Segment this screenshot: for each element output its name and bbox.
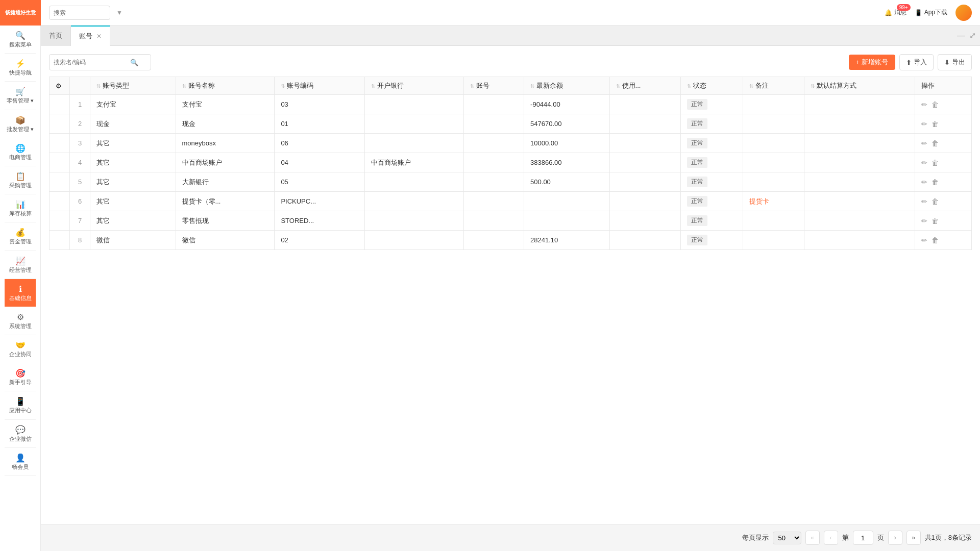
col-default-settlement[interactable]: ⇅默认结算方式 [804, 77, 915, 95]
sidebar-item-appcenter[interactable]: 📱 应用中心 [5, 391, 36, 419]
row-usage-4 [609, 153, 680, 172]
sidebar-item-inventory[interactable]: 📊 库存核算 [5, 194, 36, 222]
row-type-7: 其它 [90, 211, 176, 231]
edit-icon-6[interactable]: ✏ [921, 197, 927, 206]
row-usage-8 [609, 231, 680, 250]
tab-account[interactable]: 账号 ✕ [71, 26, 110, 46]
row-balance-8: 28241.10 [524, 231, 610, 250]
sidebar-label-inventory: 库存核算 [9, 210, 32, 217]
tab-home[interactable]: 首页 [41, 26, 71, 46]
add-account-button[interactable]: + 新增账号 [849, 55, 895, 70]
sidebar-item-wechat[interactable]: 💬 企业微信 [5, 420, 36, 448]
search-dropdown-arrow[interactable]: ▼ [116, 9, 122, 16]
row-usage-5 [609, 172, 680, 192]
app-download-button[interactable]: 📱 App下载 [915, 8, 947, 17]
row-account-6 [463, 192, 524, 211]
delete-icon-1[interactable]: 🗑 [932, 101, 939, 109]
edit-icon-4[interactable]: ✏ [921, 159, 927, 167]
col-usage[interactable]: ⇅使用... [609, 77, 680, 95]
sidebar-item-operations[interactable]: 📈 经营管理 [5, 251, 36, 279]
sidebar-item-retail[interactable]: 🛒 零售管理 ▾ [5, 82, 36, 110]
sidebar-item-finance[interactable]: 💰 资金管理 [5, 222, 36, 251]
edit-icon-5[interactable]: ✏ [921, 178, 927, 186]
prev-page-button[interactable]: ‹ [824, 531, 838, 545]
col-code[interactable]: ⇅账号编码 [275, 77, 364, 95]
import-button[interactable]: ⬆ 导入 [899, 54, 934, 70]
next-page-button[interactable]: › [888, 531, 902, 545]
delete-icon-7[interactable]: 🗑 [932, 217, 939, 225]
tab-bar: 首页 账号 ✕ — ⤢ [41, 26, 980, 46]
account-search-box[interactable]: 🔍 [49, 54, 151, 70]
edit-icon-3[interactable]: ✏ [921, 139, 927, 147]
row-remark-4 [743, 153, 804, 172]
table-row: 7 其它 零售抵现 STORED... 正常 ✏ 🗑 [50, 211, 972, 231]
content-area: 🔍 + 新增账号 ⬆ 导入 ⬇ 导出 [41, 46, 980, 524]
tab-actions: — ⤢ [957, 31, 980, 40]
col-type[interactable]: ⇅账号类型 [90, 77, 176, 95]
page-number-input[interactable] [853, 531, 873, 545]
account-search-input[interactable] [54, 59, 130, 66]
sidebar-icon-operations: 📈 [15, 256, 26, 266]
page-label-suffix: 页 [877, 533, 884, 542]
sidebar-label-finance: 资金管理 [9, 238, 32, 245]
delete-icon-3[interactable]: 🗑 [932, 139, 939, 147]
global-search-input[interactable] [49, 6, 110, 20]
row-settings-2[interactable] [50, 114, 70, 134]
sidebar-item-guide[interactable]: 🎯 新手引导 [5, 363, 36, 391]
row-settings-4[interactable] [50, 153, 70, 172]
col-settings[interactable]: ⚙ [50, 77, 70, 95]
tab-maximize-icon[interactable]: ⤢ [969, 31, 976, 40]
col-status[interactable]: ⇅状态 [680, 77, 743, 95]
delete-icon-5[interactable]: 🗑 [932, 178, 939, 186]
sidebar-icon-guide: 🎯 [15, 368, 26, 378]
row-actions-5: ✏ 🗑 [915, 172, 971, 192]
tab-account-label: 账号 [79, 32, 92, 41]
sidebar-item-ecommerce[interactable]: 🌐 电商管理 [5, 138, 36, 166]
page-size-select[interactable]: 50 100 200 [773, 532, 801, 544]
sidebar-item-purchase[interactable]: 📋 采购管理 [5, 166, 36, 194]
tab-minimize-icon[interactable]: — [957, 31, 965, 40]
edit-icon-7[interactable]: ✏ [921, 217, 927, 225]
row-settings-8[interactable] [50, 231, 70, 250]
delete-icon-6[interactable]: 🗑 [932, 197, 939, 206]
row-account-8 [463, 231, 524, 250]
row-remark-6: 提货卡 [743, 192, 804, 211]
user-avatar[interactable] [955, 5, 972, 21]
row-settings-1[interactable] [50, 95, 70, 114]
sidebar-label-basic: 基础信息 [9, 295, 32, 302]
notification-button[interactable]: 🔔 消息 99+ [885, 8, 906, 17]
sidebar-item-system[interactable]: ⚙ 系统管理 [5, 307, 36, 335]
sidebar-item-basic[interactable]: ℹ 基础信息 [5, 279, 36, 307]
row-name-3: moneybosx [176, 134, 275, 153]
sidebar-item-enterprise[interactable]: 🤝 企业协同 [5, 335, 36, 363]
last-page-button[interactable]: » [906, 531, 921, 545]
sidebar-item-quicknav[interactable]: ⚡ 快捷导航 [5, 54, 36, 82]
col-bank[interactable]: ⇅开户银行 [364, 77, 463, 95]
first-page-button[interactable]: « [805, 531, 820, 545]
sidebar-label-wechat: 企业微信 [9, 436, 32, 442]
row-name-5: 大新银行 [176, 172, 275, 192]
delete-icon-4[interactable]: 🗑 [932, 159, 939, 167]
edit-icon-1[interactable]: ✏ [921, 101, 927, 109]
col-remark[interactable]: ⇅备注 [743, 77, 804, 95]
delete-icon-8[interactable]: 🗑 [932, 236, 939, 244]
row-actions-6: ✏ 🗑 [915, 192, 971, 211]
row-settings-7[interactable] [50, 211, 70, 231]
sidebar-item-wholesale[interactable]: 📦 批发管理 ▾ [5, 110, 36, 138]
edit-icon-2[interactable]: ✏ [921, 120, 927, 128]
row-settings-3[interactable] [50, 134, 70, 153]
row-balance-7 [524, 211, 610, 231]
col-name[interactable]: ⇅账号名称 [176, 77, 275, 95]
sidebar-label-system: 系统管理 [9, 323, 32, 330]
sidebar-item-search[interactable]: 🔍 搜索菜单 [5, 26, 36, 54]
sidebar-item-member[interactable]: 👤 畅会员 [5, 448, 36, 476]
tab-close-icon[interactable]: ✕ [96, 33, 102, 40]
row-settings-5[interactable] [50, 172, 70, 192]
export-button[interactable]: ⬇ 导出 [938, 54, 972, 70]
edit-icon-8[interactable]: ✏ [921, 236, 927, 244]
col-account[interactable]: ⇅账号 [463, 77, 524, 95]
col-balance[interactable]: ⇅最新余额 [524, 77, 610, 95]
delete-icon-2[interactable]: 🗑 [932, 120, 939, 128]
row-settings-6[interactable] [50, 192, 70, 211]
table-row: 1 支付宝 支付宝 03 -90444.00 正常 ✏ 🗑 [50, 95, 972, 114]
